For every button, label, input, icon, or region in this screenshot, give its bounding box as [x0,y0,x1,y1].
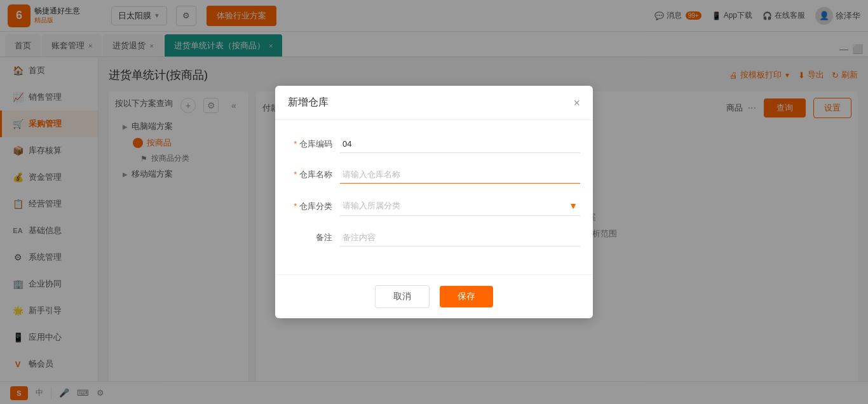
code-label: 仓库编码 [288,138,332,150]
name-label: 仓库名称 [288,169,332,180]
modal-title: 新增仓库 [288,96,329,109]
modal-body: 仓库编码 仓库名称 仓库分类 请输入所属分类 ▼ 备注 [275,120,593,274]
modal-close-button[interactable]: × [573,97,580,109]
modal-overlay: 新增仓库 × 仓库编码 仓库名称 仓库分类 请输入所属分类 ▼ [0,0,868,404]
note-input[interactable] [340,229,580,246]
code-input[interactable] [340,135,580,153]
form-row-name: 仓库名称 [288,166,580,184]
form-row-category: 仓库分类 请输入所属分类 ▼ [288,196,580,216]
modal-footer: 取消 保存 [275,274,593,318]
cancel-button[interactable]: 取消 [375,285,430,308]
category-select[interactable]: 请输入所属分类 ▼ [340,196,580,216]
form-row-note: 备注 [288,229,580,246]
category-placeholder: 请输入所属分类 [342,200,400,212]
name-input[interactable] [340,166,580,184]
category-arrow-icon: ▼ [569,201,578,211]
category-label: 仓库分类 [288,201,332,212]
note-label: 备注 [288,232,332,243]
form-row-code: 仓库编码 [288,135,580,153]
modal-header: 新增仓库 × [275,86,593,120]
save-button[interactable]: 保存 [440,286,493,307]
modal-dialog: 新增仓库 × 仓库编码 仓库名称 仓库分类 请输入所属分类 ▼ [275,86,593,318]
